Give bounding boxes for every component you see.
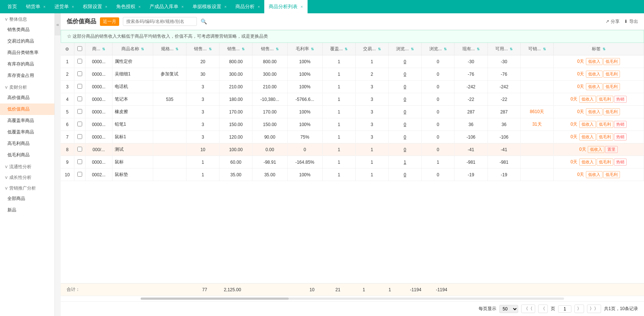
- next-page-btn[interactable]: 〉: [574, 305, 584, 313]
- select-all-checkbox[interactable]: [77, 46, 82, 51]
- row-checkbox[interactable]: [74, 68, 85, 81]
- row-checkbox[interactable]: [74, 169, 85, 181]
- col-coverage[interactable]: 覆盖... ⇅: [322, 43, 355, 55]
- col-sale-amt[interactable]: 销售... ⇅: [219, 43, 252, 55]
- row-checkbox[interactable]: [74, 106, 85, 118]
- close-icon[interactable]: ×: [105, 4, 107, 9]
- row-checkbox[interactable]: [74, 143, 85, 156]
- sidebar-item-low-margin[interactable]: 低毛利商品: [0, 149, 54, 161]
- row-select-checkbox[interactable]: [77, 134, 82, 139]
- sidebar-group-marketing[interactable]: ∨ 营销推广分析: [0, 182, 54, 193]
- nav-production[interactable]: 产成品入库单 ×: [145, 0, 188, 13]
- row-checkbox[interactable]: [74, 118, 85, 131]
- close-icon[interactable]: ×: [224, 4, 227, 9]
- row-browse1[interactable]: 0: [389, 93, 422, 106]
- col-stock[interactable]: 现有... ⇅: [455, 43, 487, 55]
- sidebar-item-high-coverage[interactable]: 高覆盖率商品: [0, 115, 54, 126]
- browse-link[interactable]: 0: [404, 122, 406, 127]
- table-container[interactable]: ⚙ 商... ⇅ 商品名称 ⇅ 规格... ⇅ 销售... ⇅ 销售... ⇅ …: [61, 43, 644, 283]
- row-browse1[interactable]: 1: [389, 156, 422, 169]
- nav-permission[interactable]: 权限设置 ×: [78, 0, 112, 13]
- row-select-checkbox[interactable]: [77, 71, 82, 76]
- filter-button[interactable]: 近一月: [100, 17, 119, 26]
- row-select-checkbox[interactable]: [77, 96, 82, 101]
- col-sale-amt2[interactable]: 销售... ⇅: [252, 43, 287, 55]
- row-browse1[interactable]: 0: [389, 131, 422, 143]
- col-code[interactable]: 商... ⇅: [85, 43, 112, 55]
- col-avail[interactable]: 可用... ⇅: [487, 43, 520, 55]
- nav-home[interactable]: 首页: [3, 0, 21, 13]
- row-checkbox[interactable]: [74, 93, 85, 106]
- row-select-checkbox[interactable]: [77, 84, 82, 89]
- sidebar-item-traded-goods[interactable]: 交易过的商品: [0, 35, 54, 47]
- sidebar-item-high-value[interactable]: 高价值商品: [0, 92, 54, 103]
- row-browse1[interactable]: 0: [389, 55, 422, 68]
- col-browse1[interactable]: 浏览... ⇅: [389, 43, 422, 55]
- browse-link[interactable]: 0: [404, 135, 406, 140]
- collapse-sidebar-btn[interactable]: «: [55, 13, 61, 35]
- nav-analysis-list[interactable]: 商品分析列表 ×: [264, 0, 307, 13]
- row-checkbox[interactable]: [74, 156, 85, 169]
- row-checkbox[interactable]: [74, 81, 85, 93]
- share-button[interactable]: ↗ 分享: [606, 18, 620, 25]
- close-icon[interactable]: ×: [43, 4, 46, 9]
- sidebar-item-all-goods[interactable]: 全部商品: [0, 193, 54, 204]
- sidebar-item-new-goods[interactable]: 新品: [0, 204, 54, 216]
- browse-link[interactable]: 0: [404, 109, 406, 115]
- nav-template[interactable]: 单据模板设置 ×: [188, 0, 231, 13]
- close-icon[interactable]: ×: [301, 4, 303, 9]
- sidebar-group-growth[interactable]: ∨ 成长性分析: [0, 171, 54, 182]
- col-saleable[interactable]: 可销... ⇅: [520, 43, 553, 55]
- row-browse1[interactable]: 0: [389, 81, 422, 93]
- row-select-checkbox[interactable]: [77, 159, 82, 164]
- row-checkbox[interactable]: [74, 55, 85, 68]
- row-select-checkbox[interactable]: [77, 122, 82, 126]
- browse-link[interactable]: 0: [404, 147, 406, 152]
- nav-sales[interactable]: 销货单 ×: [21, 0, 50, 13]
- col-margin[interactable]: 毛利率 ⇅: [287, 43, 322, 55]
- col-trade[interactable]: 交易... ⇅: [355, 43, 388, 55]
- row-select-checkbox[interactable]: [77, 59, 82, 64]
- col-sale-qty[interactable]: 销售... ⇅: [186, 43, 219, 55]
- sidebar-item-category-sales[interactable]: 商品分类销售率: [0, 47, 54, 58]
- browse-link[interactable]: 0: [404, 172, 406, 177]
- sidebar-item-stock-goods[interactable]: 有库存的商品: [0, 58, 54, 70]
- row-browse1[interactable]: 0: [389, 118, 422, 131]
- row-checkbox[interactable]: [74, 131, 85, 143]
- nav-analysis[interactable]: 商品分析 ×: [231, 0, 264, 13]
- browse-link[interactable]: 0: [404, 59, 406, 64]
- sidebar-item-capital[interactable]: 库存资金占用: [0, 70, 54, 81]
- search-input[interactable]: [123, 17, 197, 26]
- row-select-checkbox[interactable]: [77, 109, 82, 114]
- sidebar-item-high-margin[interactable]: 高毛利商品: [0, 138, 54, 149]
- row-browse1[interactable]: 0: [389, 169, 422, 181]
- browse-link[interactable]: 0: [404, 97, 406, 102]
- sidebar-item-low-value[interactable]: 低价值商品: [0, 103, 54, 115]
- nav-purchase[interactable]: 进货单 ×: [50, 0, 78, 13]
- sidebar-item-low-coverage[interactable]: 低覆盖率商品: [0, 126, 54, 138]
- row-select-checkbox[interactable]: [77, 147, 82, 152]
- col-browse2[interactable]: 浏览... ⇅: [422, 43, 455, 55]
- row-browse1[interactable]: 0: [389, 68, 422, 81]
- per-page-select[interactable]: 50 100 200: [499, 305, 518, 313]
- sidebar-group-overall[interactable]: ∨ 整体信息: [0, 13, 54, 24]
- close-icon[interactable]: ×: [138, 4, 141, 9]
- checkbox-col-header[interactable]: [74, 43, 85, 55]
- row-browse1[interactable]: 0: [389, 106, 422, 118]
- row-select-checkbox[interactable]: [77, 172, 82, 177]
- close-icon[interactable]: ×: [181, 4, 184, 9]
- sidebar-item-sales-goods[interactable]: 销售类商品: [0, 24, 54, 35]
- sidebar-group-finance[interactable]: ∨ 卖财分析: [0, 81, 54, 92]
- row-browse1[interactable]: 0: [389, 143, 422, 156]
- prev-page-btn[interactable]: 〈: [538, 305, 548, 313]
- export-button[interactable]: ⬇ 导出: [624, 18, 638, 25]
- first-page-btn[interactable]: 〈〈: [521, 305, 535, 313]
- col-tags[interactable]: 标签 ⇅: [553, 43, 644, 55]
- col-spec[interactable]: 规格... ⇅: [153, 43, 186, 55]
- search-icon[interactable]: 🔍: [201, 18, 207, 24]
- page-input[interactable]: [558, 305, 571, 313]
- close-icon[interactable]: ×: [72, 4, 74, 9]
- col-name[interactable]: 商品名称 ⇅: [112, 43, 153, 55]
- sidebar-group-liquidity[interactable]: ∨ 流通性分析: [0, 161, 54, 171]
- last-page-btn[interactable]: 〉〉: [587, 305, 601, 313]
